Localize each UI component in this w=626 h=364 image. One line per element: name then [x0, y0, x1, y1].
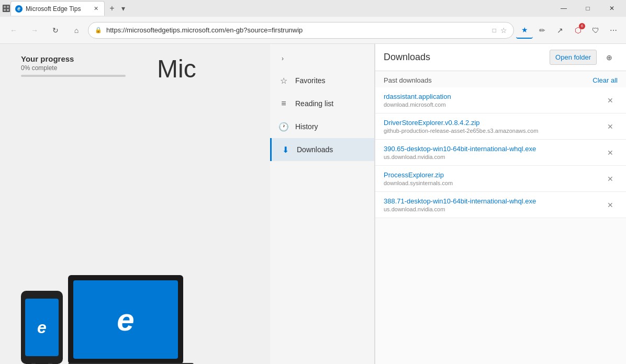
- minimize-button[interactable]: —: [552, 0, 576, 17]
- download-item-info: ProcessExplorer.zip download.sysinternal…: [384, 171, 603, 186]
- favorites-icon: ☆: [278, 76, 289, 86]
- download-source: us.download.nvidia.com: [384, 154, 583, 160]
- reading-list-label: Reading list: [295, 99, 333, 108]
- download-remove-button[interactable]: ✕: [603, 172, 618, 186]
- download-item-info: 390.65-desktop-win10-64bit-international…: [384, 145, 603, 160]
- svg-rect-3: [4, 9, 6, 11]
- sidebar-item-favorites[interactable]: ☆ Favorites: [270, 69, 374, 92]
- download-filename[interactable]: ProcessExplorer.zip: [384, 171, 583, 179]
- reading-list-icon: ≡: [278, 99, 289, 108]
- edge-illustration: e e: [21, 155, 251, 364]
- download-filename[interactable]: 390.65-desktop-win10-64bit-international…: [384, 145, 583, 153]
- favorite-icon[interactable]: ☆: [500, 26, 507, 35]
- illustration-devices: e e: [21, 275, 183, 364]
- tab-favicon: e: [15, 5, 23, 13]
- page-content: Your progress 0% complete Mic e: [0, 44, 626, 364]
- download-item-info: 388.71-desktop-win10-64bit-international…: [384, 197, 603, 212]
- tab-list-button[interactable]: ▾: [119, 2, 127, 15]
- download-item: rdassistant.application download.microso…: [375, 87, 626, 113]
- sidebar-back-button[interactable]: ›: [274, 50, 291, 67]
- download-source: download.microsoft.com: [384, 101, 583, 108]
- maximize-button[interactable]: □: [576, 0, 600, 17]
- forward-button[interactable]: →: [25, 21, 44, 40]
- download-source: us.download.nvidia.com: [384, 206, 583, 212]
- progress-sub: 0% complete: [21, 64, 249, 72]
- download-item-info: rdassistant.application download.microso…: [384, 93, 603, 108]
- navbar: ← → ↻ ⌂ 🔒 https://microsoftedgetips.micr…: [0, 17, 626, 44]
- address-bar[interactable]: 🔒 https://microsoftedgetips.microsoft.co…: [88, 22, 514, 39]
- progress-section: Your progress 0% complete: [0, 44, 270, 87]
- download-source: download.sysinternals.com: [384, 180, 583, 186]
- sidebar-item-reading-list[interactable]: ≡ Reading list: [270, 92, 374, 115]
- laptop-screen: e: [73, 280, 178, 359]
- notes-button[interactable]: ✏: [534, 22, 551, 39]
- download-item: 390.65-desktop-win10-64bit-international…: [375, 140, 626, 166]
- svg-rect-1: [4, 6, 6, 8]
- favorites-panel-button[interactable]: ★: [516, 22, 533, 39]
- device-phone: e: [21, 291, 63, 364]
- titlebar-left: [2, 4, 10, 13]
- past-downloads-label: Past downloads: [384, 76, 593, 84]
- sidebar-item-downloads[interactable]: ⬇ Downloads: [270, 138, 374, 161]
- active-tab[interactable]: e Microsoft Edge Tips ✕: [10, 1, 105, 16]
- page-title: Mic: [157, 54, 196, 83]
- history-label: History: [295, 122, 318, 131]
- downloads-icon: ⬇: [280, 145, 290, 155]
- download-remove-button[interactable]: ✕: [603, 119, 618, 134]
- titlebar: e Microsoft Edge Tips ✕ + ▾ — □ ✕: [0, 0, 626, 17]
- new-tab-button[interactable]: +: [105, 1, 119, 16]
- share-button[interactable]: ↗: [552, 22, 568, 39]
- lock-icon: 🔒: [95, 27, 102, 33]
- address-text: https://microsoftedgetips.microsoft.com/…: [106, 26, 488, 34]
- download-filename[interactable]: rdassistant.application: [384, 93, 583, 100]
- download-filename[interactable]: 388.71-desktop-win10-64bit-international…: [384, 197, 583, 205]
- download-item: ProcessExplorer.zip download.sysinternal…: [375, 166, 626, 192]
- download-remove-button[interactable]: ✕: [603, 145, 618, 160]
- tab-close-button[interactable]: ✕: [92, 5, 100, 13]
- app-icon: [2, 4, 10, 13]
- download-filename[interactable]: DriverStoreExplorer.v0.8.4.2.zip: [384, 119, 583, 127]
- more-button[interactable]: ⋯: [605, 22, 622, 39]
- reading-mode-icon[interactable]: □: [493, 27, 496, 34]
- extensions-button[interactable]: ⬡ 6: [569, 22, 586, 39]
- download-item: DriverStoreExplorer.v0.8.4.2.zip github-…: [375, 113, 626, 140]
- download-item: 388.71-desktop-win10-64bit-international…: [375, 192, 626, 218]
- svg-rect-4: [7, 9, 9, 11]
- favorites-label: Favorites: [295, 76, 326, 85]
- sidebar-panel: › ☆ Favorites ≡ Reading list 🕐 History ⬇…: [270, 44, 375, 364]
- svg-rect-2: [7, 6, 9, 8]
- download-source: github-production-release-asset-2e65be.s…: [384, 128, 583, 134]
- badge-count: 6: [579, 23, 585, 29]
- laptop-edge-logo: e: [117, 302, 134, 338]
- sidebar-item-history[interactable]: 🕐 History: [270, 115, 374, 138]
- window-controls: — □ ✕: [552, 0, 624, 17]
- tab-strip: e Microsoft Edge Tips ✕ + ▾: [10, 1, 552, 16]
- main-page: Your progress 0% complete Mic e: [0, 44, 270, 364]
- phone-screen: e: [25, 299, 59, 356]
- phone-edge-logo: e: [37, 318, 47, 337]
- expand-button[interactable]: ⊕: [601, 49, 618, 66]
- device-laptop: e: [68, 275, 183, 364]
- downloads-header: Downloads Open folder ⊕: [375, 44, 626, 71]
- laptop-wrapper: e: [68, 275, 183, 364]
- download-item-info: DriverStoreExplorer.v0.8.4.2.zip github-…: [384, 119, 603, 134]
- shield-button[interactable]: 🛡: [587, 22, 604, 39]
- close-button[interactable]: ✕: [600, 0, 624, 17]
- open-folder-button[interactable]: Open folder: [550, 50, 597, 65]
- clear-all-button[interactable]: Clear all: [593, 76, 618, 84]
- downloads-subheader: Past downloads Clear all: [375, 71, 626, 87]
- back-button[interactable]: ←: [4, 21, 23, 40]
- home-button[interactable]: ⌂: [67, 21, 86, 40]
- progress-bar-bg: [21, 75, 126, 77]
- download-remove-button[interactable]: ✕: [603, 198, 618, 212]
- nav-icons: ★ ✏ ↗ ⬡ 6 🛡 ⋯: [516, 22, 622, 39]
- downloads-panel: Downloads Open folder ⊕ Past downloads C…: [375, 44, 626, 364]
- progress-label: Your progress: [21, 54, 249, 63]
- downloads-label: Downloads: [297, 145, 333, 154]
- tab-title: Microsoft Edge Tips: [26, 5, 88, 13]
- history-icon: 🕐: [278, 122, 289, 132]
- download-remove-button[interactable]: ✕: [603, 93, 618, 108]
- downloads-title: Downloads: [384, 52, 550, 63]
- refresh-button[interactable]: ↻: [46, 21, 65, 40]
